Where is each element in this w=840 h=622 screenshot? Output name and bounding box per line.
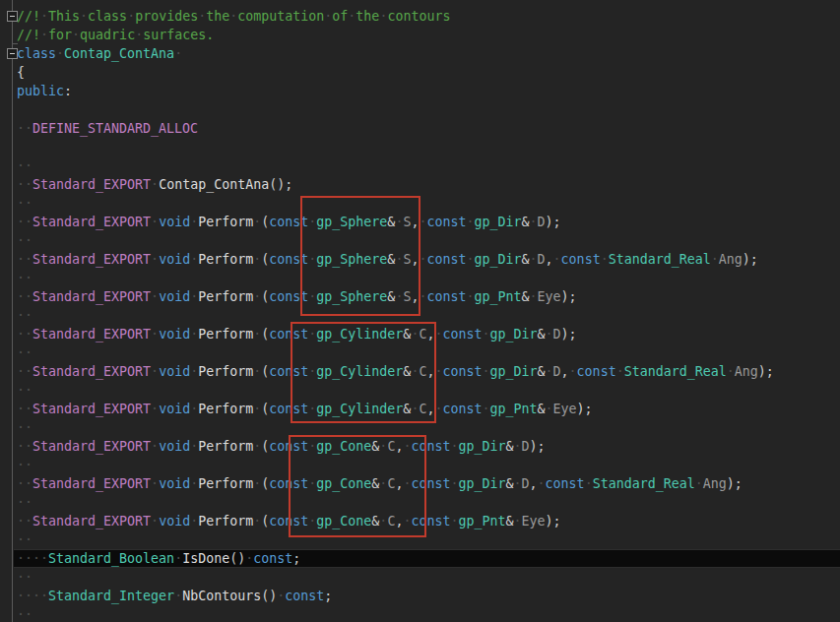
code-token-com: computation (237, 9, 324, 24)
code-token-com: quadric (80, 28, 135, 42)
code-line[interactable]: ··Standard_EXPORT·void·Perform·(const·gp… (14, 400, 840, 418)
code-line[interactable]: ·· (14, 381, 840, 400)
whitespace-dots: · (174, 551, 182, 566)
code-token-com: surfaces. (143, 28, 214, 42)
code-line[interactable]: ·· (14, 418, 840, 437)
code-token-kw: const (269, 289, 308, 304)
code-line[interactable]: ··Standard_EXPORT·Contap_ContAna(); (14, 175, 840, 194)
code-editor[interactable]: //!·This·class·provides·the·computation·… (0, 0, 840, 622)
code-token-typ: gp_Cylinder (316, 402, 403, 416)
code-token-fn: NbContours (182, 589, 261, 603)
code-line[interactable]: ··Standard_EXPORT·void·Perform·(const·gp… (14, 362, 840, 381)
code-line[interactable]: class·Contap_ContAna· (14, 44, 840, 63)
code-token-mac: Standard_EXPORT (32, 177, 151, 192)
whitespace-dots: · (530, 215, 538, 229)
code-token-pun: ); (561, 327, 577, 342)
whitespace-dots: · (190, 289, 198, 304)
code-line[interactable]: ·· (14, 156, 840, 175)
code-token-kw: const (269, 402, 308, 416)
code-token-com: provides (135, 9, 198, 24)
fold-collapse-icon[interactable] (7, 48, 18, 59)
code-token-pun: ); (758, 364, 774, 379)
whitespace-dots: · (151, 215, 159, 229)
code-token-typ: gp_Dir (489, 364, 537, 379)
code-token-kw: const (269, 439, 308, 454)
code-token-kw: const (269, 215, 308, 229)
whitespace-dots: ·· (17, 458, 32, 472)
code-token-kw: const (411, 514, 450, 529)
whitespace-dots: · (450, 439, 458, 454)
code-line[interactable]: public: (14, 82, 840, 100)
code-token-par: Eye (522, 514, 546, 529)
fold-collapse-icon[interactable] (7, 11, 18, 22)
code-line[interactable]: ·· (14, 568, 840, 587)
code-line[interactable]: ··Standard_EXPORT·void·Perform·(const·gp… (14, 250, 840, 269)
code-line[interactable]: ··Standard_EXPORT·void·Perform·(const·gp… (14, 287, 840, 306)
fold-region-end-tick (12, 43, 18, 44)
code-token-mac: Standard_EXPORT (32, 439, 151, 454)
code-token-kw: void (159, 514, 190, 529)
code-token-pun: ); (743, 252, 758, 267)
code-line[interactable]: ····Standard_Integer·NbContours()·const; (14, 587, 840, 605)
whitespace-dots: · (151, 327, 159, 342)
code-token-kw: const (269, 514, 308, 529)
code-token-com: the (206, 9, 229, 24)
code-line[interactable]: ··Standard_EXPORT·void·Perform·(const·gp… (14, 512, 840, 530)
code-token-typ: gp_Sphere (316, 289, 387, 304)
code-token-mac: Standard_EXPORT (32, 476, 151, 491)
whitespace-dots: · (174, 46, 182, 61)
code-line[interactable]: ·· (14, 530, 840, 549)
code-token-com: of (332, 9, 348, 24)
code-token-kw: const (442, 402, 482, 416)
whitespace-dots: ·· (17, 607, 32, 622)
whitespace-dots: · (151, 476, 159, 491)
code-line[interactable]: //!·This·class·provides·the·computation·… (14, 7, 840, 26)
whitespace-dots: · (419, 252, 426, 267)
code-line[interactable]: ··Standard_EXPORT·void·Perform·(const·gp… (14, 325, 840, 343)
code-line[interactable]: ·· (14, 493, 840, 512)
code-token-typ: Standard_Real (609, 252, 711, 267)
code-token-typ: gp_Sphere (316, 252, 387, 267)
code-line[interactable]: ·· (14, 605, 840, 622)
whitespace-dots: ·· (17, 570, 32, 585)
whitespace-dots: · (151, 177, 159, 192)
code-line[interactable]: ·· (14, 456, 840, 474)
code-token-kw: void (159, 215, 190, 229)
code-line[interactable]: ·· (14, 194, 840, 213)
whitespace-dots: ·· (17, 327, 32, 342)
code-token-fn: Perform (198, 327, 253, 342)
code-token-fn: Perform (198, 215, 253, 229)
code-token-par: Ang (703, 476, 727, 491)
whitespace-dots: ···· (17, 589, 48, 603)
code-line[interactable]: { (14, 63, 840, 82)
whitespace-dots: · (253, 289, 261, 304)
code-line[interactable]: ··DEFINE_STANDARD_ALLOC (14, 119, 840, 138)
code-token-typ: Standard_Real (593, 476, 695, 491)
code-line[interactable]: ·· (14, 269, 840, 287)
whitespace-dots: ·· (17, 233, 32, 248)
code-token-kw: void (159, 402, 190, 416)
code-line[interactable]: ·· (14, 231, 840, 250)
code-token-kw: const (253, 551, 292, 566)
code-token-pun: ); (561, 289, 577, 304)
whitespace-dots: · (190, 476, 198, 491)
code-token-com: contours (387, 9, 450, 24)
whitespace-dots: · (379, 514, 387, 529)
code-line[interactable] (14, 138, 840, 156)
whitespace-dots: ·· (17, 271, 32, 285)
code-line[interactable] (14, 100, 840, 119)
code-line[interactable]: ··Standard_EXPORT·void·Perform·(const·gp… (14, 437, 840, 456)
code-token-typ: gp_Dir (474, 215, 521, 229)
code-line[interactable]: //!·for·quadric·surfaces. (14, 26, 840, 44)
code-token-fn: Perform (198, 252, 253, 267)
code-line[interactable]: ··Standard_EXPORT·void·Perform·(const·gp… (14, 474, 840, 493)
code-line[interactable]: ·· (14, 306, 840, 325)
code-token-pun: { (17, 65, 25, 80)
code-line[interactable]: ··Standard_EXPORT·void·Perform·(const·gp… (14, 213, 840, 231)
code-line-current[interactable]: ····Standard_Boolean·IsDone()·const; (14, 549, 840, 568)
whitespace-dots: · (190, 327, 198, 342)
whitespace-dots: · (190, 252, 198, 267)
code-line[interactable]: ·· (14, 343, 840, 362)
whitespace-dots: · (466, 289, 474, 304)
code-token-mac: Standard_EXPORT (32, 514, 151, 529)
